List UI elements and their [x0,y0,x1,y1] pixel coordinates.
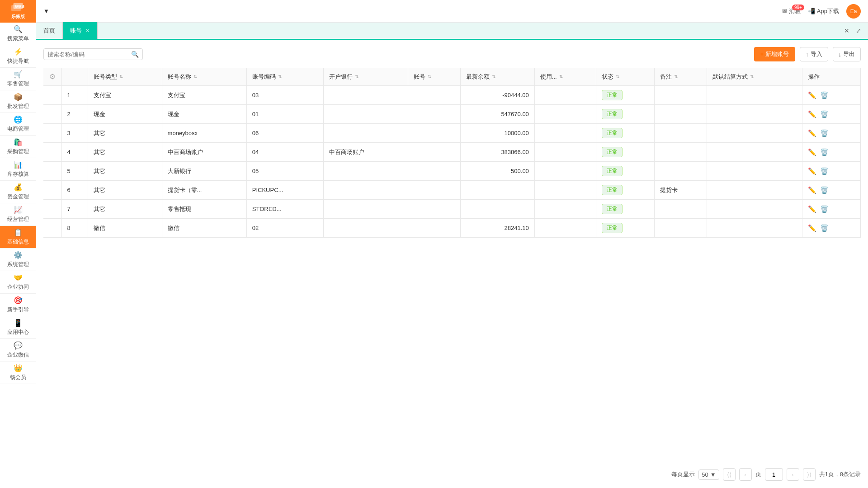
th-balance[interactable]: 最新余额 ⇅ [461,68,535,86]
cell-remark: 提货卡 [654,181,707,200]
edit-icon[interactable]: ✏️ [808,205,816,213]
th-action: 操作 [802,68,860,86]
sidebar-item-enterprise-wechat[interactable]: 💬 企业微信 [0,339,36,361]
cell-usage [534,143,596,162]
page-number-input[interactable] [765,468,783,481]
table-row: 8 微信 微信 02 28241.10 正常 ✏️ 🗑️ [43,219,861,238]
edit-icon[interactable]: ✏️ [808,167,816,175]
search-icon[interactable]: 🔍 [131,51,139,58]
edit-icon[interactable]: ✏️ [808,129,816,137]
edit-icon[interactable]: ✏️ [808,224,816,232]
app-logo: 畅捷通 乐账版 [0,0,36,23]
sidebar-item-inventory-count[interactable]: 📊 库存核算 [0,158,36,181]
page-size-dropdown-icon: ▼ [710,471,716,478]
search-input[interactable] [47,51,131,58]
cell-balance: -90444.00 [461,86,535,105]
edit-icon[interactable]: ✏️ [808,110,816,118]
sidebar-item-enterprise-agreement[interactable]: 🤝 企业协同 [0,271,36,294]
table-header: ⚙ 账号类型 ⇅ 账号名称 ⇅ [43,68,861,86]
delete-icon[interactable]: 🗑️ [820,186,829,194]
new-guide-icon: 🎯 [14,296,23,305]
sidebar-item-system-manage[interactable]: ⚙️ 系统管理 [0,249,36,271]
sidebar-item-quick-nav[interactable]: ⚡ 快捷导航 [0,45,36,68]
th-usage[interactable]: 使用... ⇅ [534,68,596,86]
cell-usage [534,219,596,238]
edit-icon[interactable]: ✏️ [808,91,816,99]
cell-account-no [408,143,461,162]
cell-name: 微信 [162,219,246,238]
enterprise-wechat-icon: 💬 [14,341,23,350]
cell-action: ✏️ 🗑️ [802,181,860,200]
table-row: 1 支付宝 支付宝 03 -90444.00 正常 ✏️ 🗑️ [43,86,861,105]
sidebar-item-finance-manage[interactable]: 💰 资金管理 [0,181,36,203]
app-download-button[interactable]: 📲 App下载 [808,7,839,15]
delete-icon[interactable]: 🗑️ [820,205,829,213]
gear-icon[interactable]: ⚙ [49,73,56,80]
export-icon: ↓ [839,51,842,58]
tab-account[interactable]: 账号 ✕ [63,22,98,39]
th-gear[interactable]: ⚙ [43,68,61,86]
th-type[interactable]: 账号类型 ⇅ [88,68,162,86]
maximize-button[interactable]: ⤢ [854,27,863,35]
delete-icon[interactable]: 🗑️ [820,91,829,99]
cell-gear [43,200,61,219]
delete-icon[interactable]: 🗑️ [820,110,829,118]
th-code[interactable]: 账号编码 ⇅ [246,68,323,86]
edit-icon[interactable]: ✏️ [808,148,816,156]
edit-icon[interactable]: ✏️ [808,186,816,194]
tab-close-icon[interactable]: ✕ [85,28,90,34]
delete-icon[interactable]: 🗑️ [820,167,829,175]
tab-home[interactable]: 首页 [36,22,63,39]
th-default-settlement[interactable]: 默认结算方式 ⇅ [707,68,802,86]
sidebar-item-purchase-manage[interactable]: 🛍️ 采购管理 [0,136,36,158]
breadcrumb[interactable]: ▼ [43,8,49,14]
export-button[interactable]: ↓ 导出 [833,47,861,61]
sidebar-item-label: 资金管理 [7,193,29,201]
sidebar-item-member[interactable]: 👑 畅会员 [0,361,36,384]
sidebar-item-retail-manage[interactable]: 🛒 零售管理 [0,68,36,90]
sidebar-item-operation-manage[interactable]: 📈 经营管理 [0,203,36,226]
add-account-button[interactable]: + 新增账号 [754,47,795,61]
app-download-label: App下载 [817,7,839,15]
sidebar-item-basic-info[interactable]: 📋 基础信息 [0,226,36,249]
th-remark[interactable]: 备注 ⇅ [654,68,707,86]
message-icon: ✉ [782,8,787,14]
status-badge: 正常 [602,185,623,195]
cell-bank [323,162,408,181]
th-status[interactable]: 状态 ⇅ [596,68,654,86]
user-avatar[interactable]: Ea [846,4,861,19]
page-size-select[interactable]: 50 ▼ [698,469,719,480]
table-row: 2 现金 现金 01 547670.00 正常 ✏️ 🗑️ [43,105,861,124]
cell-default-settlement [707,143,802,162]
close-button[interactable]: ✕ [843,27,851,35]
th-bank[interactable]: 开户银行 ⇅ [323,68,408,86]
cell-gear [43,162,61,181]
toolbar-right: + 新增账号 ↑ 导入 ↓ 导出 [754,47,861,61]
last-page-button[interactable]: ⟩⟩ [803,468,816,481]
next-page-button[interactable]: › [787,468,799,481]
cell-status: 正常 [596,105,654,124]
search-box[interactable]: 🔍 [43,48,143,60]
sort-icon: ⇅ [355,74,359,79]
delete-icon[interactable]: 🗑️ [820,224,829,232]
first-page-button[interactable]: ⟨⟨ [723,468,736,481]
import-button[interactable]: ↑ 导入 [800,47,828,61]
sidebar-item-new-guide[interactable]: 🎯 新手引导 [0,294,36,316]
cell-remark [654,219,707,238]
table-row: 6 其它 提货卡（零... PICKUPC... 正常 提货卡 ✏️ 🗑️ [43,181,861,200]
sidebar-item-search-menu[interactable]: 🔍 搜索菜单 [0,23,36,45]
notification-button[interactable]: ✉ 消息 99+ [782,7,801,15]
th-name[interactable]: 账号名称 ⇅ [162,68,246,86]
delete-icon[interactable]: 🗑️ [820,129,829,137]
cell-code: 05 [246,162,323,181]
sidebar-item-app-center[interactable]: 📱 应用中心 [0,316,36,339]
sidebar-item-ecommerce-manage[interactable]: 🌐 电商管理 [0,113,36,136]
sidebar-item-wholesale-manage[interactable]: 📦 批发管理 [0,90,36,113]
cell-name: 零售抵现 [162,200,246,219]
cell-action: ✏️ 🗑️ [802,162,860,181]
cell-usage [534,162,596,181]
delete-icon[interactable]: 🗑️ [820,148,829,156]
prev-page-button[interactable]: ‹ [739,468,752,481]
th-account-no[interactable]: 账号 ⇅ [408,68,461,86]
cell-usage [534,181,596,200]
